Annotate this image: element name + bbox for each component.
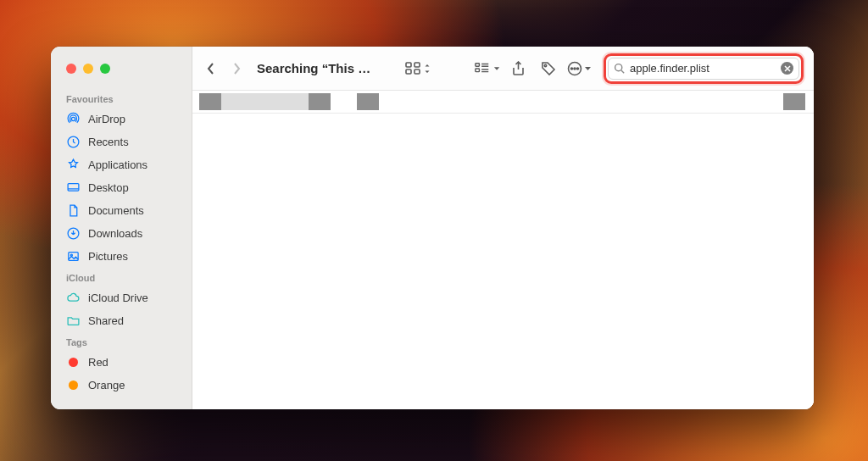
content-area bbox=[192, 91, 814, 409]
view-icons-button[interactable] bbox=[405, 57, 431, 81]
download-icon bbox=[66, 226, 81, 241]
clock-icon bbox=[66, 135, 81, 149]
svg-rect-4 bbox=[69, 253, 78, 261]
sidebar-item-shared[interactable]: Shared bbox=[51, 309, 192, 332]
minimize-window-button[interactable] bbox=[83, 64, 93, 74]
sidebar-item-label: Recents bbox=[88, 136, 129, 148]
svg-point-16 bbox=[576, 68, 578, 69]
redacted-block bbox=[309, 93, 331, 110]
airdrop-icon bbox=[66, 112, 81, 126]
svg-rect-11 bbox=[476, 69, 480, 72]
zoom-window-button[interactable] bbox=[100, 64, 110, 74]
search-field-highlight bbox=[604, 53, 804, 84]
picture-icon bbox=[66, 249, 81, 264]
svg-point-17 bbox=[615, 64, 622, 71]
window-title: Searching “This M… bbox=[252, 61, 383, 75]
svg-rect-7 bbox=[415, 63, 420, 67]
svg-point-15 bbox=[574, 68, 576, 69]
desktop-icon bbox=[66, 181, 81, 195]
search-input[interactable] bbox=[630, 62, 776, 75]
main-panel: Searching “This M… bbox=[192, 47, 814, 409]
sidebar-section-tags: Tags bbox=[51, 332, 192, 351]
search-field[interactable] bbox=[608, 58, 799, 80]
redacted-block bbox=[357, 93, 379, 110]
redacted-block bbox=[221, 93, 309, 110]
chevron-down-icon bbox=[584, 62, 592, 75]
svg-rect-6 bbox=[406, 63, 411, 67]
tag-dot-icon bbox=[66, 378, 81, 392]
sidebar-item-desktop[interactable]: Desktop bbox=[51, 176, 192, 199]
window-controls bbox=[51, 64, 192, 89]
sidebar-item-pictures[interactable]: Pictures bbox=[51, 245, 192, 268]
sidebar-section-icloud: iCloud bbox=[51, 268, 192, 286]
finder-window: Favourites AirDrop Recents Applications … bbox=[51, 47, 814, 409]
tag-dot-icon bbox=[66, 355, 81, 369]
cloud-icon bbox=[66, 291, 81, 305]
sidebar-item-label: Desktop bbox=[88, 181, 129, 194]
sidebar-item-label: Pictures bbox=[88, 250, 128, 263]
sidebar-item-label: Applications bbox=[88, 158, 147, 171]
share-button[interactable] bbox=[505, 57, 531, 81]
svg-point-0 bbox=[71, 117, 75, 120]
document-icon bbox=[66, 203, 81, 218]
sidebar-item-label: Shared bbox=[88, 314, 124, 327]
redacted-block bbox=[783, 93, 805, 110]
svg-rect-9 bbox=[415, 69, 420, 74]
svg-point-14 bbox=[570, 68, 572, 69]
svg-point-12 bbox=[544, 64, 546, 66]
shared-folder-icon bbox=[66, 314, 81, 328]
search-icon bbox=[614, 63, 625, 74]
svg-rect-8 bbox=[406, 69, 411, 74]
sidebar-item-label: Red bbox=[88, 356, 108, 369]
back-button[interactable] bbox=[201, 57, 221, 81]
action-menu-button[interactable] bbox=[566, 57, 592, 81]
clear-search-button[interactable] bbox=[781, 62, 793, 75]
tags-button[interactable] bbox=[536, 57, 561, 81]
sidebar-item-label: Orange bbox=[88, 379, 125, 392]
forward-button[interactable] bbox=[226, 57, 247, 81]
sidebar-item-downloads[interactable]: Downloads bbox=[51, 222, 192, 245]
sidebar-item-documents[interactable]: Documents bbox=[51, 199, 192, 222]
sidebar-item-icloud-drive[interactable]: iCloud Drive bbox=[51, 286, 192, 309]
close-window-button[interactable] bbox=[66, 64, 76, 74]
svg-rect-10 bbox=[476, 63, 480, 66]
sidebar-item-recents[interactable]: Recents bbox=[51, 131, 192, 153]
toolbar: Searching “This M… bbox=[192, 47, 814, 91]
sidebar-item-airdrop[interactable]: AirDrop bbox=[51, 108, 192, 131]
sidebar-tag-red[interactable]: Red bbox=[51, 351, 192, 374]
sidebar: Favourites AirDrop Recents Applications … bbox=[51, 47, 192, 409]
sidebar-tag-orange[interactable]: Orange bbox=[51, 374, 192, 397]
sidebar-section-favourites: Favourites bbox=[51, 89, 192, 108]
redacted-block bbox=[199, 93, 221, 110]
applications-icon bbox=[66, 158, 81, 172]
sidebar-item-label: iCloud Drive bbox=[88, 292, 148, 304]
svg-rect-2 bbox=[68, 184, 79, 192]
chevron-updown-icon bbox=[424, 62, 431, 75]
search-scope-bar[interactable] bbox=[192, 91, 814, 114]
chevron-down-icon bbox=[493, 62, 500, 75]
group-by-button[interactable] bbox=[475, 57, 500, 81]
sidebar-item-label: AirDrop bbox=[88, 113, 125, 125]
sidebar-item-applications[interactable]: Applications bbox=[51, 153, 192, 176]
sidebar-item-label: Downloads bbox=[88, 227, 142, 240]
sidebar-item-label: Documents bbox=[88, 204, 144, 217]
